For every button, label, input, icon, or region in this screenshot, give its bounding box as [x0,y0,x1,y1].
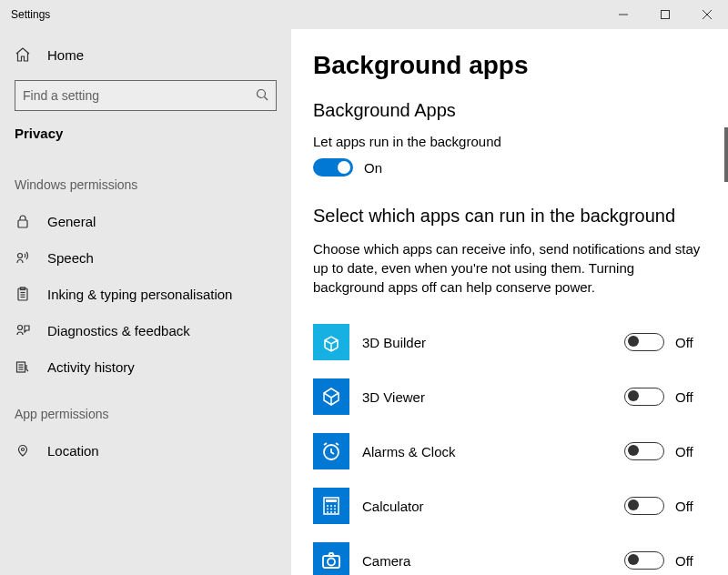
svg-point-13 [18,326,23,330]
svg-rect-21 [326,499,337,502]
app-name: Calculator [362,499,612,514]
app-row-alarms-clock: Alarms & Clock Off [313,424,706,479]
svg-rect-6 [18,220,27,227]
feedback-icon [15,322,31,338]
sidebar-item-inking[interactable]: Inking & typing personalisation [0,276,291,312]
search-icon [256,88,268,104]
svg-point-26 [330,509,332,510]
minimize-button[interactable] [602,0,644,29]
toggle-state-label: On [364,160,382,176]
svg-point-23 [330,505,332,507]
window-controls [602,0,728,29]
scrollbar[interactable] [724,127,728,182]
app-row-3d-viewer: 3D Viewer Off [313,369,706,424]
svg-point-32 [328,559,335,566]
nav-group-header: App permissions [0,385,291,432]
nav-group-header: Windows permissions [0,156,291,203]
app-row-calculator: Calculator Off [313,479,706,533]
svg-point-30 [334,511,336,513]
search-input[interactable] [23,88,256,103]
toggle-state-label: Off [675,553,693,569]
sidebar-item-location[interactable]: Location [0,432,291,469]
app-toggle[interactable] [624,497,664,515]
app-icon-alarms [313,433,349,469]
sidebar: Home Privacy Windows permissions General… [0,29,291,575]
toggle-state-label: Off [675,499,693,514]
section-title: Background Apps [313,100,706,121]
page-title: Background apps [313,51,706,80]
app-toggle[interactable] [624,442,664,460]
sidebar-item-speech[interactable]: Speech [0,239,291,276]
sidebar-item-label: Activity history [47,359,135,375]
sidebar-item-label: Inking & typing personalisation [47,287,232,302]
search-box[interactable] [15,80,277,111]
svg-point-29 [330,511,332,513]
window-title: Settings [0,8,602,21]
activity-icon [15,358,31,375]
svg-point-28 [327,511,329,513]
section-description: Choose which apps can receive info, send… [313,239,704,297]
sidebar-item-diagnostics[interactable]: Diagnostics & feedback [0,312,291,348]
home-icon [15,46,31,63]
lock-icon [15,213,31,229]
svg-point-7 [18,254,23,258]
app-icon-3d-builder [313,324,349,360]
titlebar: Settings [0,0,728,29]
app-icon-3d-viewer [313,378,349,415]
background-apps-toggle[interactable] [313,158,353,177]
svg-line-5 [265,96,268,100]
app-row-camera: Camera Off [313,533,706,575]
clipboard-icon [15,286,31,302]
sidebar-item-label: General [47,214,96,229]
toggle-state-label: Off [675,444,693,459]
sidebar-item-label: Diagnostics & feedback [47,323,190,338]
app-name: Alarms & Clock [362,444,612,459]
section-title: Select which apps can run in the backgro… [313,206,706,227]
close-button[interactable] [686,0,728,29]
svg-point-4 [258,89,266,97]
app-toggle[interactable] [624,388,664,406]
home-nav[interactable]: Home [0,36,291,73]
home-label: Home [47,47,84,63]
svg-point-22 [327,505,329,507]
speech-icon [15,249,31,266]
app-name: 3D Builder [362,335,612,350]
svg-rect-1 [662,11,670,19]
app-icon-camera [313,542,349,575]
sidebar-item-activity[interactable]: Activity history [0,348,291,385]
svg-point-24 [334,505,336,507]
sidebar-item-label: Location [47,443,99,459]
sidebar-item-label: Speech [47,250,94,266]
app-toggle[interactable] [624,551,664,570]
app-name: Camera [362,553,612,569]
category-label: Privacy [0,126,291,156]
svg-point-25 [327,509,329,510]
app-icon-calculator [313,488,349,524]
svg-point-27 [334,509,336,510]
maximize-button[interactable] [644,0,686,29]
location-icon [15,442,31,459]
app-row-3d-builder: 3D Builder Off [313,315,706,369]
svg-point-18 [22,449,25,451]
main-content: Background apps Background Apps Let apps… [291,29,728,575]
app-name: 3D Viewer [362,389,612,405]
sidebar-item-general[interactable]: General [0,203,291,239]
toggle-state-label: Off [675,389,693,405]
app-toggle[interactable] [624,333,664,351]
toggle-state-label: Off [675,335,693,350]
setting-label: Let apps run in the background [313,134,706,149]
